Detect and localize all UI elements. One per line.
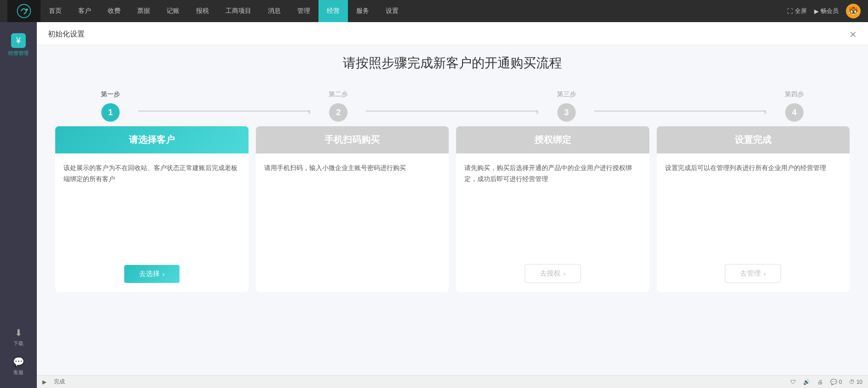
step-indicator-4: 第四步 4	[767, 90, 822, 122]
step4-btn-arrow-icon: ›	[764, 270, 766, 277]
step-card-3: 授权绑定 请先购买，购买后选择开通的产品中的企业用户进行授权绑定，成功后即可进行…	[456, 126, 649, 292]
step-circle-2: 2	[329, 103, 347, 122]
sound-icon[interactable]: 🔊	[803, 379, 810, 385]
step-label-3: 第三步	[557, 90, 576, 99]
nav-operation[interactable]: 经营	[318, 0, 348, 22]
member-label: 畅会员	[821, 7, 839, 15]
nav-business[interactable]: 工商项目	[217, 0, 260, 22]
page-title: 初始化设置	[48, 29, 85, 39]
nav-fee[interactable]: 收费	[99, 0, 129, 22]
step-card-1: 请选择客户 该处展示的客户为不在回收站、客户状态正常建账后完成老板端绑定的所有客…	[55, 126, 249, 292]
card-body-text-4: 设置完成后可以在管理列表进行所有企业用户的经营管理	[665, 164, 826, 171]
member-button[interactable]: ▶ 畅会员	[814, 7, 839, 15]
nav-items: 首页 客户 收费 票据 记账 报税 工商项目 消息 管理 经营 服务 设置	[41, 0, 787, 22]
step3-btn-arrow-icon: ›	[563, 270, 566, 277]
nav-customer[interactable]: 客户	[70, 0, 99, 22]
card-body-text-2: 请用手机扫码，输入小微企业主账号密码进行购买	[264, 164, 406, 171]
support-icon: 💬	[13, 356, 24, 367]
arrow-icon-1: ›	[308, 106, 311, 117]
top-navigation: 首页 客户 收费 票据 记账 报税 工商项目 消息 管理 经营 服务 设置 ⛶ …	[0, 0, 868, 22]
nav-manage[interactable]: 管理	[289, 0, 318, 22]
steps-indicator: 第一步 1 › 第二步 2 ›	[55, 90, 850, 122]
card-body-text-1: 该处展示的客户为不在回收站、客户状态正常建账后完成老板端绑定的所有客户	[64, 164, 237, 182]
connector-3: ›	[594, 106, 767, 117]
card-body-text-3: 请先购买，购买后选择开通的产品中的企业用户进行授权绑定，成功后即可进行经营管理	[464, 164, 632, 182]
card-body-3: 请先购买，购买后选择开通的产品中的企业用户进行授权绑定，成功后即可进行经营管理	[456, 153, 649, 257]
app-logo	[7, 0, 41, 22]
step-label-4: 第四步	[785, 90, 804, 99]
sidebar-download[interactable]: ⬇ 下载	[0, 323, 37, 352]
nav-settings[interactable]: 设置	[377, 0, 407, 22]
step1-btn-label: 去选择	[139, 270, 160, 278]
operation-icon: ¥	[11, 33, 26, 48]
card-body-2: 请用手机扫码，输入小微企业主账号密码进行购买	[256, 153, 449, 276]
support-label: 客服	[13, 369, 23, 376]
timer-icon[interactable]: ⏱ 10	[849, 379, 862, 385]
page-header: 初始化设置 ✕	[37, 22, 868, 45]
sidebar: ¥ 经营管理 ⬇ 下载 💬 客服	[0, 22, 37, 388]
sidebar-item-operation[interactable]: ¥ 经营管理	[0, 28, 37, 62]
step1-btn-arrow-icon: ›	[162, 270, 165, 278]
shield-icon[interactable]: 🛡	[790, 379, 796, 385]
download-label: 下载	[13, 340, 23, 347]
status-bar: ▶ 完成 🛡 🔊 🖨 💬 0 ⏱ 10	[37, 375, 868, 388]
close-button[interactable]: ✕	[849, 30, 857, 39]
card-header-4: 设置完成	[657, 126, 850, 153]
fullscreen-icon: ⛶	[787, 8, 793, 15]
card-footer-3: 去授权 ›	[456, 257, 649, 292]
step-label-1: 第一步	[101, 90, 120, 99]
nav-accounting[interactable]: 记账	[158, 0, 188, 22]
card-title-3: 授权绑定	[534, 135, 571, 145]
nav-home[interactable]: 首页	[41, 0, 70, 22]
fullscreen-button[interactable]: ⛶ 全屏	[787, 7, 807, 15]
play-icon: ▶	[814, 8, 819, 15]
cards-row: 请选择客户 该处展示的客户为不在回收站、客户状态正常建账后完成老板端绑定的所有客…	[55, 126, 850, 292]
nav-service[interactable]: 服务	[348, 0, 377, 22]
download-icon: ⬇	[15, 327, 23, 338]
fullscreen-label: 全屏	[795, 7, 807, 15]
nav-ticket[interactable]: 票据	[129, 0, 158, 22]
svg-point-1	[26, 8, 28, 11]
content-area: 初始化设置 ✕ 请按照步骤完成新客户的开通购买流程 第一步 1 ›	[37, 22, 868, 388]
card-header-1: 请选择客户	[55, 126, 249, 153]
nav-tax[interactable]: 报税	[188, 0, 217, 22]
main-content: 请按照步骤完成新客户的开通购买流程 第一步 1 › 第二步 2	[37, 45, 868, 375]
play-status-icon: ▶	[42, 379, 46, 385]
wizard-title: 请按照步骤完成新客户的开通购买流程	[55, 54, 850, 72]
step-circle-1: 1	[101, 103, 120, 122]
sidebar-bottom: ⬇ 下载 💬 客服	[0, 323, 37, 388]
status-label: 完成	[54, 378, 65, 386]
connector-2: ›	[366, 106, 538, 117]
step3-btn-label: 去授权	[540, 269, 561, 278]
step-indicator-2: 第二步 2	[311, 90, 366, 122]
print-icon[interactable]: 🖨	[817, 379, 823, 385]
arrow-icon-2: ›	[536, 106, 539, 117]
card-header-2: 手机扫码购买	[256, 126, 449, 153]
connector-line-2	[366, 111, 538, 112]
step-card-4: 设置完成 设置完成后可以在管理列表进行所有企业用户的经营管理 去管理 ›	[657, 126, 850, 292]
card-footer-4: 去管理 ›	[657, 257, 850, 292]
step4-action-button[interactable]: 去管理 ›	[725, 264, 781, 283]
step-label-2: 第二步	[329, 90, 348, 99]
card-title-4: 设置完成	[735, 135, 771, 145]
main-layout: ¥ 经营管理 ⬇ 下载 💬 客服 初始化设置 ✕ 请按照步骤完成新客户的开通购买…	[0, 22, 868, 388]
step-card-2: 手机扫码购买 请用手机扫码，输入小微企业主账号密码进行购买	[256, 126, 449, 292]
card-footer-1: 去选择 ›	[55, 258, 249, 292]
step-circle-4: 4	[785, 103, 804, 122]
step-circle-3: 3	[557, 103, 576, 122]
card-header-3: 授权绑定	[456, 126, 649, 153]
connector-1: ›	[138, 106, 311, 117]
sidebar-item-label: 经营管理	[8, 50, 29, 57]
step3-action-button[interactable]: 去授权 ›	[525, 264, 581, 283]
chat-icon[interactable]: 💬 0	[830, 379, 842, 385]
user-avatar[interactable]: 🐯	[846, 4, 861, 18]
connector-line-3	[594, 111, 766, 112]
connector-line-1	[138, 111, 310, 112]
card-body-4: 设置完成后可以在管理列表进行所有企业用户的经营管理	[657, 153, 850, 257]
step-indicator-3: 第三步 3	[539, 90, 594, 122]
svg-point-0	[17, 5, 31, 18]
step1-action-button[interactable]: 去选择 ›	[124, 265, 179, 283]
sidebar-support[interactable]: 💬 客服	[0, 352, 37, 381]
status-bar-right: 🛡 🔊 🖨 💬 0 ⏱ 10	[790, 379, 862, 385]
nav-message[interactable]: 消息	[260, 0, 289, 22]
